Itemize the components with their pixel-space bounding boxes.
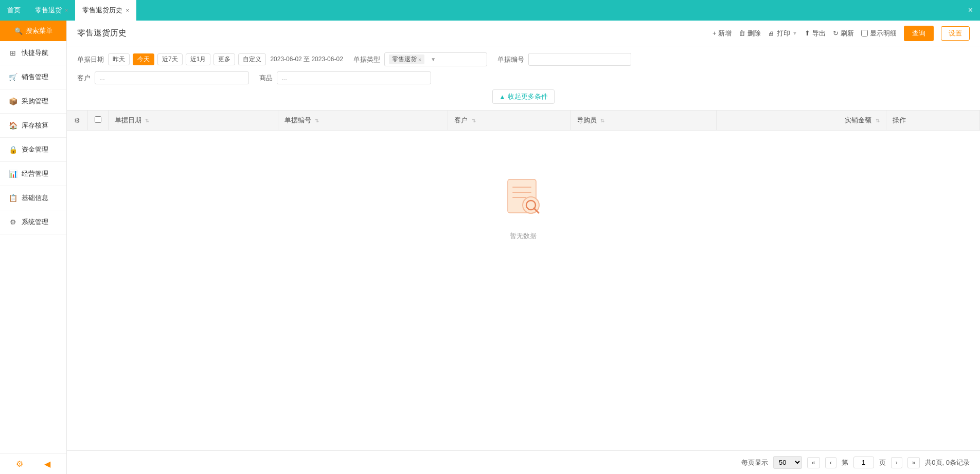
page-size-select[interactable]: 20 50 100 (773, 456, 802, 469)
date-filter-label: 单据日期 (77, 55, 104, 64)
sidebar-item-operations[interactable]: 📊 经营管理 (0, 162, 66, 186)
print-button[interactable]: 🖨 打印 ▼ (768, 29, 797, 38)
th-amount[interactable]: 实销金额 ⇅ (716, 111, 886, 131)
doc-type-label: 单据类型 (353, 55, 380, 64)
sort-customer-icon: ⇅ (472, 118, 476, 123)
delete-icon: 🗑 (739, 29, 745, 37)
filter-section: 单据日期 昨天 今天 近7天 近1月 更多 自定义 2023-06-02 至 2… (67, 46, 980, 111)
page-header: 零售退货历史 + 新增 🗑 删除 🖨 打印 ▼ ⬆ 导出 (67, 21, 980, 46)
select-all-checkbox[interactable] (95, 116, 101, 123)
show-detail-checkbox-label[interactable]: 显示明细 (861, 29, 897, 38)
date-btn-more[interactable]: 更多 (213, 53, 235, 65)
finance-icon: 🔒 (8, 145, 17, 154)
sidebar-item-quick-nav[interactable]: ⊞ 快捷导航 (0, 41, 66, 65)
purchase-mgmt-icon: 📦 (8, 97, 17, 106)
system-icon: ⚙ (8, 217, 17, 227)
sidebar-item-basic-info[interactable]: 📋 基础信息 (0, 186, 66, 210)
sidebar-search[interactable]: 🔍 搜索菜单 (0, 21, 66, 41)
close-tab-retail-return-history[interactable]: × (126, 7, 129, 13)
th-settings[interactable]: ⚙ (67, 111, 87, 131)
collapse-row: ▲ 收起更多条件 (77, 89, 970, 104)
sidebar-item-sales-mgmt[interactable]: 🛒 销售管理 (0, 65, 66, 89)
date-btn-custom[interactable]: 自定义 (238, 53, 266, 65)
empty-text: 暂无数据 (510, 231, 537, 241)
sidebar-item-finance[interactable]: 🔒 资金管理 (0, 138, 66, 162)
pagination: 每页显示 20 50 100 « ‹ 第 页 › » 共0页, 0条记录 (67, 450, 980, 474)
doc-number-input[interactable] (528, 53, 631, 66)
doc-type-input[interactable]: 零售退货 × ▼ (384, 52, 487, 66)
tab-retail-return-history[interactable]: 零售退货历史 × (75, 0, 136, 21)
th-doc-date[interactable]: 单据日期 ⇅ (108, 111, 278, 131)
sidebar-item-system[interactable]: ⚙ 系统管理 (0, 210, 66, 234)
table-settings-icon: ⚙ (74, 117, 80, 124)
basic-info-icon: 📋 (8, 193, 17, 203)
close-tab-retail-return[interactable]: × (65, 7, 68, 13)
tab-home[interactable]: 首页 (0, 0, 28, 21)
page-next-button[interactable]: › (891, 457, 902, 468)
collapse-icon: ▲ (499, 93, 506, 101)
page-first-button[interactable]: « (807, 457, 820, 468)
doc-type-dropdown-icon: ▼ (431, 57, 436, 62)
goods-input[interactable] (277, 71, 431, 84)
empty-state-row: 暂无数据 (67, 131, 980, 282)
date-btn-1month[interactable]: 近1月 (186, 53, 211, 65)
delete-button[interactable]: 🗑 删除 (739, 29, 761, 38)
top-bar-right: × (968, 6, 980, 15)
date-btn-today[interactable]: 今天 (133, 53, 154, 65)
customer-input[interactable] (95, 71, 249, 84)
sidebar-item-inventory[interactable]: 🏠 库存核算 (0, 114, 66, 138)
operations-icon: 📊 (8, 169, 17, 178)
refresh-button[interactable]: ↻ 刷新 (833, 29, 854, 38)
total-text: 共0页, 0条记录 (925, 458, 970, 467)
date-filter: 单据日期 昨天 今天 近7天 近1月 更多 自定义 2023-06-02 至 2… (77, 53, 343, 65)
sales-mgmt-icon: 🛒 (8, 72, 17, 82)
date-btn-7days[interactable]: 近7天 (157, 53, 183, 65)
date-filter-options: 昨天 今天 近7天 近1月 更多 自定义 (108, 53, 266, 65)
doc-type-filter: 单据类型 零售退货 × ▼ (353, 52, 487, 66)
top-bar: 首页 零售退货 × 零售退货历史 × × (0, 0, 980, 21)
date-btn-yesterday[interactable]: 昨天 (108, 53, 130, 65)
main-layout: 🔍 搜索菜单 ⊞ 快捷导航 🛒 销售管理 📦 采购管理 🏠 库存核算 🔒 资金管… (0, 21, 980, 474)
table-container: ⚙ 单据日期 ⇅ 单据编号 ⇅ (67, 111, 980, 450)
sort-guide-icon: ⇅ (600, 118, 604, 123)
th-customer[interactable]: 客户 ⇅ (448, 111, 571, 131)
th-doc-number[interactable]: 单据编号 ⇅ (278, 111, 448, 131)
sidebar-item-purchase-mgmt[interactable]: 📦 采购管理 (0, 89, 66, 114)
page-title: 零售退货历史 (77, 28, 127, 39)
export-button[interactable]: ⬆ 导出 (805, 29, 826, 38)
new-button[interactable]: + 新增 (712, 29, 732, 38)
th-checkbox (87, 111, 108, 131)
customer-filter: 客户 (77, 71, 249, 84)
th-guide[interactable]: 导购员 ⇅ (570, 111, 716, 131)
sidebar: 🔍 搜索菜单 ⊞ 快捷导航 🛒 销售管理 📦 采购管理 🏠 库存核算 🔒 资金管… (0, 21, 67, 474)
customer-filter-label: 客户 (77, 74, 91, 83)
print-dropdown-icon: ▼ (792, 30, 797, 36)
refresh-icon: ↻ (833, 29, 839, 37)
doc-number-label: 单据编号 (497, 55, 524, 64)
export-icon: ⬆ (805, 29, 810, 37)
app-close-button[interactable]: × (968, 6, 973, 15)
page-size-label: 每页显示 (741, 458, 768, 467)
sort-amount-icon: ⇅ (876, 118, 880, 123)
tab-retail-return[interactable]: 零售退货 × (28, 0, 75, 21)
filter-row-2: 客户 商品 (77, 71, 970, 84)
empty-state: 暂无数据 (67, 131, 980, 282)
doc-type-tag-close[interactable]: × (418, 57, 421, 63)
page-unit: 页 (879, 458, 886, 467)
doc-number-filter: 单据编号 (497, 53, 631, 66)
empty-icon (497, 172, 549, 223)
collapse-button[interactable]: ▲ 收起更多条件 (492, 89, 555, 104)
print-icon: 🖨 (768, 29, 775, 37)
search-icon: 🔍 (14, 27, 23, 35)
setting-button[interactable]: 设置 (941, 26, 970, 41)
page-prev-button[interactable]: ‹ (825, 457, 836, 468)
query-button[interactable]: 查询 (904, 26, 934, 41)
settings-bottom-icon[interactable]: ⚙ (16, 459, 23, 469)
quick-nav-icon: ⊞ (8, 48, 17, 58)
page-label: 第 (842, 458, 848, 467)
page-number-input[interactable] (853, 457, 874, 468)
page-last-button[interactable]: » (907, 457, 920, 468)
show-detail-checkbox[interactable] (861, 30, 868, 37)
goods-filter-label: 商品 (259, 74, 273, 83)
collapse-sidebar-icon[interactable]: ◀ (44, 459, 50, 469)
